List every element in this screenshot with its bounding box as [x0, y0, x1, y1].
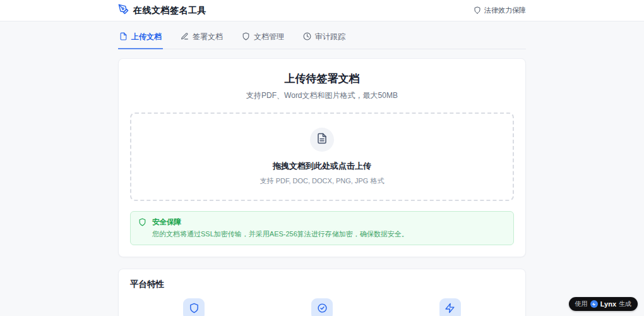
- pen-icon: [181, 32, 189, 42]
- document-icon: [119, 32, 128, 42]
- upload-card-title: 上传待签署文档: [130, 71, 514, 86]
- security-notice-title: 安全保障: [152, 217, 408, 227]
- dropzone-main-text: 拖拽文档到此处或点击上传: [138, 161, 506, 172]
- tab-document-management[interactable]: 文档管理: [241, 29, 285, 49]
- upload-card: 上传待签署文档 支持PDF、Word文档和图片格式，最大50MB 拖拽文档到此处…: [118, 58, 526, 257]
- feature-legal-validity: 法律效力 符合《电子签名法》，具备完整法律效力: [258, 298, 386, 316]
- tab-label: 审计跟踪: [315, 32, 345, 42]
- main-content: 上传文档 签署文档 文档管理 审计跟踪: [118, 29, 526, 316]
- feature-icon-tile: [183, 298, 205, 316]
- tab-upload-document[interactable]: 上传文档: [118, 29, 163, 49]
- app-title: 在线文档签名工具: [133, 5, 206, 16]
- clock-icon: [303, 32, 311, 42]
- legal-guarantee-label: 法律效力保障: [484, 6, 526, 15]
- lynx-generated-badge[interactable]: 使用 Lynx 生成: [569, 297, 638, 311]
- shield-icon: [138, 217, 146, 229]
- feature-icon-tile: [439, 298, 461, 316]
- features-card-title: 平台特性: [130, 279, 514, 290]
- document-icon: [316, 133, 328, 147]
- lynx-logo-icon: [590, 300, 598, 308]
- tab-sign-document[interactable]: 签署文档: [179, 29, 224, 49]
- check-circle-icon: [317, 303, 328, 316]
- badge-suffix: 生成: [619, 300, 631, 308]
- tab-label: 签署文档: [193, 32, 223, 42]
- feature-icon-tile: [311, 298, 333, 316]
- upload-card-subtitle: 支持PDF、Word文档和图片格式，最大50MB: [130, 90, 514, 101]
- badge-prefix: 使用: [575, 300, 588, 308]
- shield-icon: [242, 32, 250, 42]
- badge-brand: Lynx: [600, 300, 616, 308]
- features-card: 平台特性 安全加密 采用AES-256加密算法保护文档安全: [118, 269, 526, 316]
- dropzone-sub-text: 支持 PDF, DOC, DOCX, PNG, JPG 格式: [138, 176, 506, 186]
- lightning-icon: [444, 303, 455, 316]
- dropzone-icon-circle: [310, 128, 334, 152]
- feature-efficient-process: 高效流程 简化签署流程，提升业务处理效率: [386, 298, 514, 316]
- feature-secure-encryption: 安全加密 采用AES-256加密算法保护文档安全: [130, 298, 258, 316]
- security-notice-text: 您的文档将通过SSL加密传输，并采用AES-256算法进行存储加密，确保数据安全…: [152, 229, 408, 239]
- tab-label: 上传文档: [131, 32, 162, 42]
- shield-icon: [474, 6, 481, 15]
- legal-guarantee-badge: 法律效力保障: [474, 6, 526, 15]
- tab-audit-trail[interactable]: 审计跟踪: [302, 29, 347, 49]
- shield-icon: [189, 303, 200, 316]
- tab-bar: 上传文档 签署文档 文档管理 审计跟踪: [118, 29, 526, 49]
- features-row: 安全加密 采用AES-256加密算法保护文档安全 法律效力 符合《电子签名法》，…: [130, 298, 514, 316]
- tab-label: 文档管理: [254, 32, 284, 42]
- upload-dropzone[interactable]: 拖拽文档到此处或点击上传 支持 PDF, DOC, DOCX, PNG, JPG…: [130, 112, 514, 201]
- brand: 在线文档签名工具: [118, 4, 206, 17]
- pen-nib-logo-icon: [118, 4, 129, 17]
- app-header: 在线文档签名工具 法律效力保障: [0, 0, 644, 21]
- security-notice: 安全保障 您的文档将通过SSL加密传输，并采用AES-256算法进行存储加密，确…: [130, 211, 514, 245]
